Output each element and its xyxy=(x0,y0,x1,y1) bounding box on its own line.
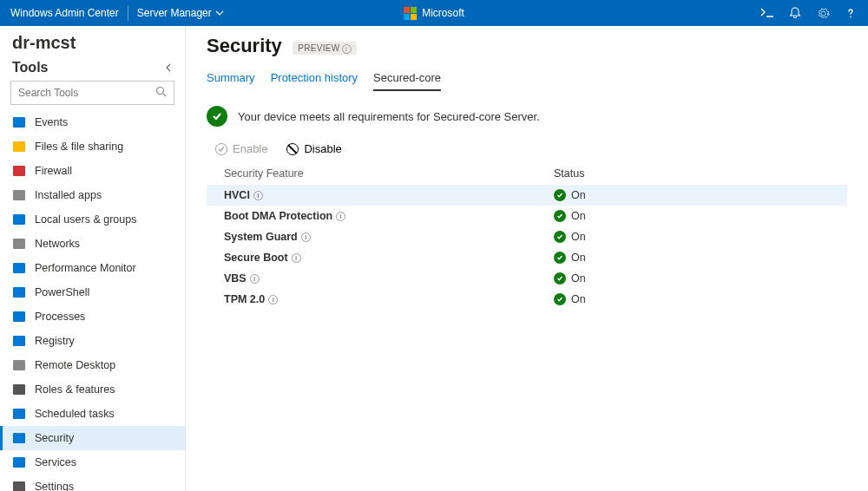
tools-search-input[interactable] xyxy=(18,87,155,99)
sidebar-item-processes[interactable]: Processes xyxy=(0,304,185,329)
status-check-icon xyxy=(554,210,566,222)
features-table: Security Feature Status HVCIiOnBoot DMA … xyxy=(207,162,847,310)
feature-name: VBSi xyxy=(224,272,554,285)
context-dropdown[interactable]: Server Manager xyxy=(137,7,224,19)
collapse-tools-icon[interactable] xyxy=(164,60,173,75)
feature-name: TPM 2.0i xyxy=(224,293,554,305)
tool-icon xyxy=(12,188,26,202)
info-icon[interactable]: i xyxy=(342,44,352,54)
sidebar-item-files-file-sharing[interactable]: Files & file sharing xyxy=(0,134,185,159)
table-row[interactable]: System GuardiOn xyxy=(207,226,847,247)
table-row[interactable]: Boot DMA ProtectioniOn xyxy=(207,206,847,226)
tool-label: Processes xyxy=(35,311,85,323)
tool-label: Events xyxy=(35,116,68,128)
table-row[interactable]: VBSiOn xyxy=(207,268,847,289)
status-check-icon xyxy=(554,231,566,243)
info-icon[interactable]: i xyxy=(301,232,311,242)
info-icon[interactable]: i xyxy=(250,274,260,284)
info-icon[interactable]: i xyxy=(292,253,301,263)
col-status-header[interactable]: Status xyxy=(554,167,584,180)
info-icon[interactable]: i xyxy=(253,191,263,200)
tab-secured-core[interactable]: Secured-core xyxy=(373,68,441,91)
tool-label: PowerShell xyxy=(35,286,89,298)
banner-text: Your device meets all requirements for S… xyxy=(238,110,540,123)
sidebar-item-local-users-groups[interactable]: Local users & groups xyxy=(0,207,185,232)
info-icon[interactable]: i xyxy=(336,212,345,221)
tool-label: Installed apps xyxy=(35,189,102,201)
tool-icon xyxy=(12,431,26,445)
divider xyxy=(128,5,128,21)
sidebar-item-performance-monitor[interactable]: Performance Monitor xyxy=(0,256,185,280)
col-feature-header[interactable]: Security Feature xyxy=(224,167,554,180)
tabs: SummaryProtection historySecured-core xyxy=(207,68,847,92)
tools-search[interactable] xyxy=(10,81,174,105)
tool-icon xyxy=(12,480,26,491)
info-icon[interactable]: i xyxy=(268,295,278,304)
brand-label: Microsoft xyxy=(422,7,464,19)
tool-label: Networks xyxy=(35,238,80,250)
table-row[interactable]: HVCIiOn xyxy=(207,185,847,206)
enable-icon xyxy=(215,143,227,155)
settings-gear-icon[interactable] xyxy=(816,6,830,20)
sidebar-item-services[interactable]: Services xyxy=(0,450,185,475)
chevron-down-icon xyxy=(215,9,224,17)
status-check-icon xyxy=(554,272,566,285)
feature-status: On xyxy=(554,272,586,285)
sidebar-item-installed-apps[interactable]: Installed apps xyxy=(0,183,185,207)
tool-icon xyxy=(12,164,26,178)
disable-icon xyxy=(286,143,299,155)
tool-label: Firewall xyxy=(35,165,72,177)
tools-heading: Tools xyxy=(12,60,48,75)
enable-action: Enable xyxy=(215,142,267,155)
table-header: Security Feature Status xyxy=(207,162,847,185)
tab-summary[interactable]: Summary xyxy=(207,68,255,91)
table-row[interactable]: TPM 2.0iOn xyxy=(207,289,847,310)
app-title[interactable]: Windows Admin Center xyxy=(10,7,119,19)
tool-icon xyxy=(12,310,26,324)
success-check-icon xyxy=(207,106,227,127)
sidebar-item-scheduled-tasks[interactable]: Scheduled tasks xyxy=(0,402,185,426)
sidebar-item-security[interactable]: Security xyxy=(0,426,185,450)
status-check-icon xyxy=(554,252,566,264)
main-content: Security PREVIEWi SummaryProtection hist… xyxy=(186,26,868,491)
disable-action[interactable]: Disable xyxy=(286,142,341,155)
tool-icon xyxy=(12,140,26,154)
feature-status: On xyxy=(554,210,586,222)
tool-icon xyxy=(12,285,26,299)
tool-icon xyxy=(12,358,26,372)
cloud-shell-icon[interactable] xyxy=(760,6,774,20)
disable-label: Disable xyxy=(304,142,341,155)
enable-label: Enable xyxy=(233,142,267,155)
status-check-icon xyxy=(554,293,566,305)
active-indicator xyxy=(0,426,3,450)
sidebar-item-firewall[interactable]: Firewall xyxy=(0,159,185,183)
tool-label: Local users & groups xyxy=(35,213,136,226)
status-check-icon xyxy=(554,189,566,201)
tool-label: Remote Desktop xyxy=(35,359,115,371)
table-row[interactable]: Secure BootiOn xyxy=(207,247,847,268)
sidebar-item-events[interactable]: Events xyxy=(0,110,185,134)
sidebar-item-remote-desktop[interactable]: Remote Desktop xyxy=(0,353,185,377)
page-title: Security xyxy=(207,35,282,57)
preview-badge: PREVIEWi xyxy=(293,42,356,55)
notifications-icon[interactable] xyxy=(788,6,802,20)
sidebar-item-roles-features[interactable]: Roles & features xyxy=(0,377,185,402)
brand: Microsoft xyxy=(404,7,464,20)
left-column: dr-mcst Tools EventsFiles & file sharing… xyxy=(0,26,186,491)
sidebar-item-networks[interactable]: Networks xyxy=(0,232,185,256)
sidebar-item-settings[interactable]: Settings xyxy=(0,475,185,491)
tab-protection-history[interactable]: Protection history xyxy=(271,68,358,91)
feature-name: System Guardi xyxy=(224,231,554,243)
feature-status: On xyxy=(554,189,586,201)
tool-icon xyxy=(12,115,26,129)
tool-label: Performance Monitor xyxy=(35,262,136,274)
help-icon[interactable] xyxy=(844,6,858,20)
sidebar-item-powershell[interactable]: PowerShell xyxy=(0,280,185,304)
search-icon xyxy=(155,85,167,101)
server-name: dr-mcst xyxy=(0,26,185,56)
action-bar: Enable Disable xyxy=(207,142,847,155)
sidebar-item-registry[interactable]: Registry xyxy=(0,329,185,353)
tools-list[interactable]: EventsFiles & file sharingFirewallInstal… xyxy=(0,110,185,491)
top-bar: Windows Admin Center Server Manager Micr… xyxy=(0,0,868,26)
tool-label: Settings xyxy=(35,481,74,491)
